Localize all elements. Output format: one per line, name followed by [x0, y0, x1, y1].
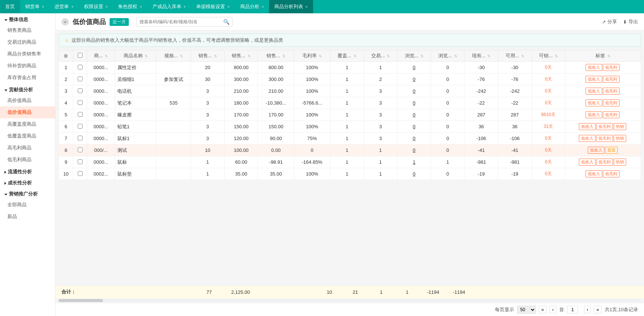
sidebar-item-low-profit[interactable]: 低毛利商品: [0, 154, 55, 166]
col-current[interactable]: 现有... ⇅: [464, 50, 498, 62]
close-icon[interactable]: ×: [262, 0, 264, 13]
row-checkbox[interactable]: [78, 88, 83, 93]
col-sale-profit[interactable]: 销售... ⇅: [258, 50, 294, 62]
next-page-button[interactable]: ›: [584, 306, 591, 313]
row-checkbox[interactable]: [78, 171, 83, 176]
browse-link[interactable]: 1: [413, 159, 415, 165]
browse-link[interactable]: 0: [413, 112, 415, 118]
sidebar-item-high-profit[interactable]: 高毛利商品: [0, 142, 55, 154]
cell-browse1[interactable]: 0: [398, 145, 431, 156]
cell-check[interactable]: [73, 156, 87, 168]
cell-browse1[interactable]: 0: [398, 85, 431, 97]
first-page-button[interactable]: «: [539, 306, 547, 313]
sidebar-item-restock-needed[interactable]: 待补货的商品: [0, 60, 55, 72]
nav-template[interactable]: 单据模板设置 ×: [191, 0, 235, 13]
col-spec[interactable]: 规格... ⇅: [157, 50, 191, 62]
sidebar-item-category-sales-rate[interactable]: 商品分类销售率: [0, 48, 55, 60]
horizontal-scrollbar[interactable]: [58, 299, 103, 302]
cell-check[interactable]: [73, 62, 87, 74]
cell-check[interactable]: [73, 97, 87, 109]
cell-check[interactable]: [73, 145, 87, 156]
browse-link[interactable]: 0: [413, 147, 415, 153]
table-container[interactable]: ⚙ 商... ⇅ 商品名称 ⇅ 规格... ⇅ 销售... ⇅ 销售... ⇅ …: [56, 50, 644, 285]
cell-check[interactable]: [73, 109, 87, 121]
sidebar-group-overall[interactable]: 整体信息: [0, 13, 55, 24]
col-name[interactable]: 商品名称 ⇅: [115, 50, 156, 62]
col-gross-rate[interactable]: 毛利率 ⇅: [294, 50, 330, 62]
nav-sales-order[interactable]: 销货单 ×: [20, 0, 49, 13]
select-all-checkbox[interactable]: [78, 53, 83, 58]
close-icon[interactable]: ×: [305, 0, 308, 13]
export-button[interactable]: ⬇ 导出: [623, 18, 638, 25]
sidebar-item-high-coverage[interactable]: 高覆盖度商品: [0, 118, 55, 130]
sidebar-item-all-products[interactable]: 全部商品: [0, 199, 55, 211]
page-size-select[interactable]: 50 100 200: [517, 306, 536, 314]
cell-browse1[interactable]: 0: [398, 97, 431, 109]
col-code[interactable]: 商... ⇅: [87, 50, 115, 62]
nav-purchase-order[interactable]: 进货单 ×: [49, 0, 78, 13]
col-tag[interactable]: 标签 ⇅: [565, 50, 641, 62]
nav-role-auth[interactable]: 角色授权 ×: [113, 0, 147, 13]
cell-check[interactable]: [73, 85, 87, 97]
close-icon[interactable]: ×: [140, 0, 142, 13]
page-number-input[interactable]: [567, 306, 578, 313]
cell-browse1[interactable]: 1: [398, 156, 431, 168]
cell-browse1[interactable]: 0: [398, 133, 431, 145]
cell-check[interactable]: [73, 121, 87, 133]
prev-page-button[interactable]: ‹: [550, 306, 556, 313]
search-icon[interactable]: 🔍: [223, 19, 229, 25]
cell-check[interactable]: [73, 74, 87, 85]
cell-browse1[interactable]: 0: [398, 74, 431, 85]
collapse-sidebar-button[interactable]: «: [61, 18, 69, 26]
sidebar-item-high-value[interactable]: 高价值商品: [0, 95, 55, 106]
row-checkbox[interactable]: [78, 77, 83, 81]
time-badge[interactable]: 近一月: [110, 18, 129, 26]
nav-home[interactable]: 首页: [0, 0, 20, 13]
row-checkbox[interactable]: [78, 147, 83, 152]
nav-permission[interactable]: 权限设置 ×: [79, 0, 113, 13]
col-settings[interactable]: ⚙: [59, 50, 73, 62]
browse-link[interactable]: 0: [413, 88, 415, 94]
sidebar-item-low-value[interactable]: 低价值商品: [0, 106, 55, 118]
sidebar-group-circulation[interactable]: 流通性分析: [0, 166, 55, 177]
col-available[interactable]: 可用... ⇅: [498, 50, 532, 62]
browse-link[interactable]: 0: [413, 124, 415, 129]
sidebar-item-inventory-capital[interactable]: 库存资金占用: [0, 72, 55, 84]
browse-link[interactable]: 0: [413, 171, 415, 177]
row-checkbox[interactable]: [78, 124, 83, 129]
browse-link[interactable]: 0: [413, 77, 415, 82]
browse-link[interactable]: 0: [413, 65, 415, 70]
cell-browse1[interactable]: 0: [398, 62, 431, 74]
close-icon[interactable]: ×: [227, 0, 229, 13]
close-icon[interactable]: ×: [105, 0, 108, 13]
col-sale-qty[interactable]: 销售... ⇅: [191, 50, 225, 62]
sidebar-group-marketing[interactable]: 营销推广分析: [0, 188, 55, 199]
nav-product-inbound[interactable]: 产成品入库单 ×: [147, 0, 191, 13]
col-browse1[interactable]: 浏览... ⇅: [398, 50, 431, 62]
col-saleable[interactable]: 可销... ⇅: [531, 50, 565, 62]
sidebar-item-traded-products[interactable]: 交易过的商品: [0, 36, 55, 48]
cell-browse1[interactable]: 0: [398, 168, 431, 180]
last-page-button[interactable]: »: [594, 306, 601, 313]
col-browse2[interactable]: 浏览... ⇅: [431, 50, 464, 62]
cell-browse1[interactable]: 0: [398, 109, 431, 121]
cell-check[interactable]: [73, 168, 87, 180]
close-icon[interactable]: ×: [71, 0, 73, 13]
search-input[interactable]: [140, 19, 221, 24]
close-icon[interactable]: ×: [42, 0, 44, 13]
row-checkbox[interactable]: [78, 100, 83, 105]
browse-link[interactable]: 0: [413, 136, 415, 141]
col-trade[interactable]: 交易... ⇅: [364, 50, 398, 62]
browse-link[interactable]: 0: [413, 100, 415, 106]
col-checkbox[interactable]: [73, 50, 87, 62]
sidebar-item-sales-products[interactable]: 销售类商品: [0, 24, 55, 36]
nav-product-analysis[interactable]: 商品分析 ×: [235, 0, 269, 13]
share-button[interactable]: ↗ 分享: [602, 18, 617, 25]
col-sale-amt[interactable]: 销售... ⇅: [224, 50, 258, 62]
row-checkbox[interactable]: [78, 112, 83, 117]
cell-browse1[interactable]: 0: [398, 121, 431, 133]
nav-product-analysis-list[interactable]: 商品分析列表 ×: [269, 0, 313, 13]
row-checkbox[interactable]: [78, 136, 83, 140]
close-icon[interactable]: ×: [184, 0, 186, 13]
row-checkbox[interactable]: [78, 159, 83, 164]
